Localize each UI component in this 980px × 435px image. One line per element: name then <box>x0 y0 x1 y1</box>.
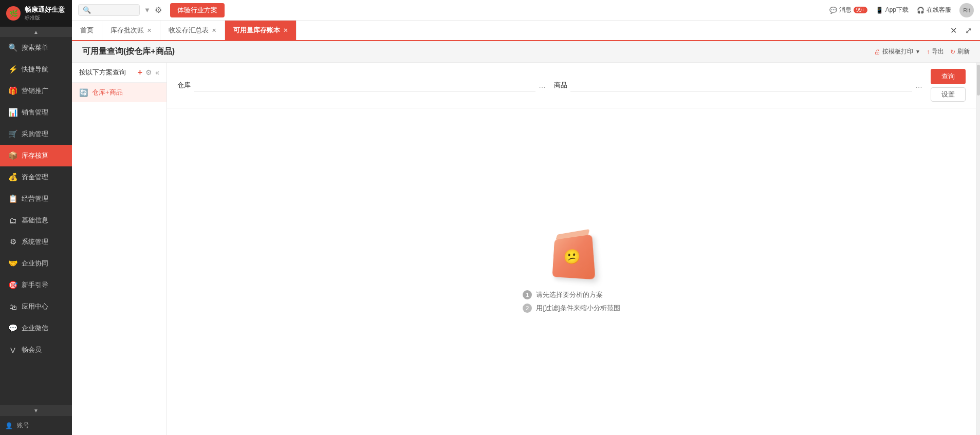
tab-home[interactable]: 首页 <box>72 21 102 40</box>
topbar-search-box[interactable]: 🔍 <box>78 4 140 16</box>
tip-number-1: 1 <box>523 290 532 299</box>
filter-settings-button[interactable]: 设置 <box>931 87 966 102</box>
app-download-btn[interactable]: 📱 App下载 <box>876 6 909 14</box>
sidebar-item-label: 企业协同 <box>22 259 48 268</box>
clipboard-icon: 📋 <box>8 194 17 203</box>
tab-batch-ledger-close[interactable]: ✕ <box>147 27 152 34</box>
sidebar-item-system[interactable]: ⚙ 系统管理 <box>0 231 72 253</box>
sidebar-item-sales[interactable]: 📊 销售管理 <box>0 102 72 123</box>
warehouse-input[interactable] <box>194 79 535 91</box>
goods-more-btn[interactable]: … <box>915 81 922 89</box>
sidebar-item-label: 应用中心 <box>22 302 48 311</box>
scheme-panel: 按以下方案查询 + ⚙ « 🔄 仓库+商品 <box>72 63 167 435</box>
cart-icon: 🛒 <box>8 129 17 139</box>
tab-available-inventory[interactable]: 可用量库存账本 ✕ <box>225 21 297 40</box>
scheme-item-warehouse-goods[interactable]: 🔄 仓库+商品 <box>72 83 167 102</box>
sidebar-item-operations[interactable]: 📋 经营管理 <box>0 188 72 210</box>
dropdown-icon[interactable]: ▼ <box>144 6 151 14</box>
scrollbar-thumb[interactable] <box>977 65 980 96</box>
chart-icon: 📊 <box>8 108 17 117</box>
app-subtitle: 标准版 <box>25 14 65 22</box>
query-button[interactable]: 查询 <box>931 69 966 84</box>
sidebar-item-label: 新手引导 <box>22 280 48 290</box>
sidebar-item-wechat[interactable]: 💬 企业微信 <box>0 317 72 339</box>
scheme-settings-button[interactable]: ⚙ <box>145 68 152 77</box>
scheme-panel-header: 按以下方案查询 + ⚙ « <box>72 63 167 83</box>
refresh-button[interactable]: ↻ 刷新 <box>950 47 970 56</box>
sidebar-item-base-info[interactable]: 🗂 基础信息 <box>0 210 72 231</box>
sidebar-item-appstore[interactable]: 🛍 应用中心 <box>0 296 72 317</box>
sidebar-item-label: 快捷导航 <box>22 65 48 74</box>
sidebar-item-newbie[interactable]: 🎯 新手引导 <box>0 274 72 296</box>
page-header: 可用量查询(按仓库+商品) 🖨 按模板打印 ▼ ↑ 导出 ↻ 刷新 <box>72 41 980 63</box>
filter-row: 仓库 … 商品 … 查询 设置 <box>167 63 976 108</box>
close-tab-button[interactable]: ✕ <box>947 25 960 36</box>
search-input[interactable] <box>93 7 134 14</box>
print-template-button[interactable]: 🖨 按模板打印 ▼ <box>874 47 920 56</box>
sidebar-item-member[interactable]: V 畅会员 <box>0 339 72 361</box>
sidebar-item-label: 采购管理 <box>22 129 48 139</box>
tabs-actions: ✕ ⤢ <box>942 25 980 36</box>
tab-home-label: 首页 <box>80 26 94 35</box>
handshake-icon: 🤝 <box>8 259 17 268</box>
sidebar-scroll-up[interactable]: ▲ <box>0 27 72 37</box>
tab-available-inventory-close[interactable]: ✕ <box>283 27 288 34</box>
customer-service-btn[interactable]: 🎧 在线客服 <box>917 6 951 14</box>
export-button[interactable]: ↑ 导出 <box>927 47 944 56</box>
goods-input[interactable] <box>570 79 912 91</box>
sidebar: 🌿 畅康通好生意 标准版 ▲ 🔍 搜索菜单 ⚡ 快捷导航 🎁 营销推广 📊 销售… <box>0 0 72 435</box>
sidebar-item-collab[interactable]: 🤝 企业协同 <box>0 253 72 274</box>
sidebar-footer[interactable]: 👤 账号 <box>0 415 72 435</box>
sidebar-item-inventory[interactable]: 📦 库存核算 <box>0 145 72 166</box>
sidebar-scroll-down[interactable]: ▼ <box>0 405 72 415</box>
export-icon: ↑ <box>927 48 930 55</box>
folder-icon: 🗂 <box>8 216 17 225</box>
tab-summary[interactable]: 收发存汇总表 ✕ <box>160 21 225 40</box>
sidebar-item-label: 经营管理 <box>22 194 48 203</box>
message-btn[interactable]: 💬 消息 99+ <box>829 6 867 14</box>
goods-label: 商品 <box>554 81 567 90</box>
sidebar-item-finance[interactable]: 💰 资金管理 <box>0 166 72 188</box>
empty-illustration <box>546 231 597 282</box>
vip-icon: V <box>8 346 17 354</box>
sidebar-item-label: 搜索菜单 <box>22 43 48 52</box>
tip-number-2: 2 <box>523 304 532 313</box>
scheme-refresh-icon: 🔄 <box>79 88 88 97</box>
tab-batch-ledger[interactable]: 库存批次账 ✕ <box>102 21 160 40</box>
sidebar-item-label: 系统管理 <box>22 237 48 247</box>
tab-summary-close[interactable]: ✕ <box>212 27 216 34</box>
headset-icon: 🎧 <box>917 7 924 14</box>
gear-icon: ⚙ <box>8 237 17 247</box>
store-icon: 🛍 <box>8 302 17 311</box>
filter-actions: 查询 设置 <box>931 69 966 102</box>
footer-label: 账号 <box>17 421 29 430</box>
target-icon: 🎯 <box>8 280 17 290</box>
warehouse-more-btn[interactable]: … <box>539 81 546 89</box>
sidebar-item-label: 资金管理 <box>22 173 48 182</box>
topbar-right: 💬 消息 99+ 📱 App下载 🎧 在线客服 Rit <box>829 3 974 17</box>
tab-summary-label: 收发存汇总表 <box>169 26 209 35</box>
maximize-tab-button[interactable]: ⤢ <box>962 25 975 36</box>
sidebar-item-purchase[interactable]: 🛒 采购管理 <box>0 123 72 145</box>
sidebar-item-label: 企业微信 <box>22 324 48 333</box>
lightning-icon: ⚡ <box>8 65 17 74</box>
settings-icon[interactable]: ⚙ <box>155 5 162 15</box>
export-label: 导出 <box>932 47 944 56</box>
tip-item-1: 1 请先选择要分析的方案 <box>523 290 620 299</box>
add-scheme-button[interactable]: + <box>138 68 142 77</box>
avatar[interactable]: Rit <box>959 3 974 17</box>
scheme-collapse-button[interactable]: « <box>155 68 159 77</box>
main-area: 🔍 ▼ ⚙ 体验行业方案 💬 消息 99+ 📱 App下载 🎧 在线客服 Rit <box>72 0 980 435</box>
sidebar-item-quicknav[interactable]: ⚡ 快捷导航 <box>0 59 72 80</box>
sidebar-item-search[interactable]: 🔍 搜索菜单 <box>0 37 72 59</box>
warehouse-filter: 仓库 … <box>177 79 546 91</box>
search-icon: 🔍 <box>8 43 17 52</box>
mobile-icon: 📱 <box>876 7 883 14</box>
print-dropdown-icon[interactable]: ▼ <box>915 49 920 54</box>
message-icon: 💬 <box>829 7 837 14</box>
search-icon: 🔍 <box>83 6 91 14</box>
sidebar-item-marketing[interactable]: 🎁 营销推广 <box>0 80 72 102</box>
scheme-item-label: 仓库+商品 <box>92 88 123 97</box>
industry-solution-button[interactable]: 体验行业方案 <box>170 3 225 17</box>
query-area: 仓库 … 商品 … 查询 设置 <box>167 63 976 435</box>
